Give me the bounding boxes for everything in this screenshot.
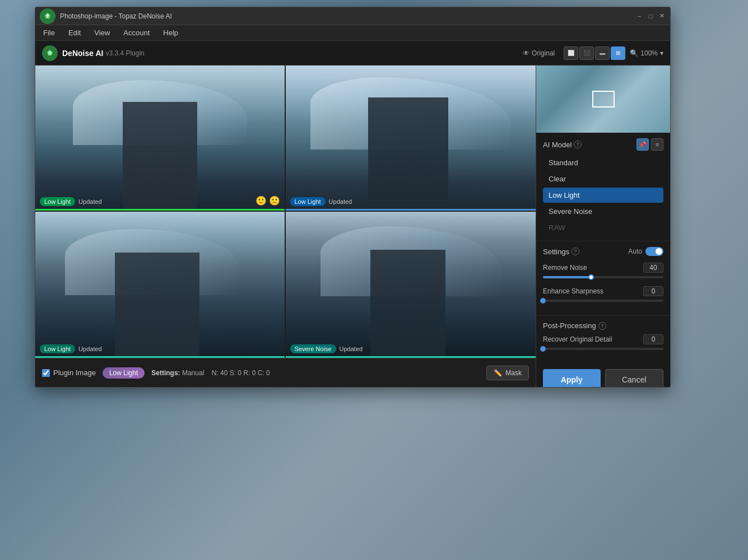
original-label: Original (532, 49, 555, 57)
auto-toggle-switch[interactable] (645, 247, 663, 256)
ai-model-info-icon[interactable]: ? (574, 141, 582, 148)
zoom-level: 100% (640, 49, 658, 57)
view-single-button[interactable]: ⬜ (564, 46, 578, 60)
app-name: DeNoise AI (62, 49, 103, 58)
model-raw: RAW (543, 220, 663, 235)
recover-detail-thumb[interactable] (540, 346, 546, 352)
settings-section: Settings ? Auto Remove Noise 40 (536, 241, 670, 316)
list-icon[interactable]: ≡ (651, 138, 663, 151)
title-bar: Photoshop-image - Topaz DeNoise AI − □ ✕ (35, 7, 670, 25)
svg-text:D: D (48, 51, 51, 55)
enhance-sharpness-thumb[interactable] (540, 298, 546, 304)
emoji-face-icon[interactable]: 🙂 (255, 195, 267, 206)
ai-model-controls: 📌 ≡ (637, 138, 663, 151)
model-badge[interactable]: Low Light (103, 367, 145, 379)
recover-detail-slider-row: Recover Original Detail 0 (543, 334, 663, 350)
thumbnail-frame (592, 91, 615, 108)
app-window: Photoshop-image - Topaz DeNoise AI − □ ✕… (35, 7, 671, 388)
zoom-icon: 🔍 (630, 49, 638, 57)
ai-model-section: AI Model ? 📌 ≡ Standard Clear Low Light … (536, 133, 670, 241)
settings-info: Settings: Manual N: 40 S: 0 R: 0 C: 0 (151, 369, 480, 377)
window-title: Photoshop-image - Topaz DeNoise AI (60, 12, 635, 20)
model-standard[interactable]: Standard (543, 155, 663, 170)
zoom-control[interactable]: 🔍 100% ▾ (630, 49, 663, 57)
window-controls: − □ ✕ (635, 12, 666, 20)
image-cell-2[interactable]: Low Light Updated (286, 66, 536, 212)
minimize-button[interactable]: − (635, 12, 643, 20)
ai-model-label: AI Model (543, 141, 572, 149)
mask-button[interactable]: ✏️ Mask (486, 366, 529, 380)
cell-1-emoji[interactable]: 🙂 🙁 (255, 195, 280, 206)
menu-view[interactable]: View (92, 27, 112, 38)
mask-icon: ✏️ (494, 369, 502, 377)
settings-header-row: Settings ? Auto (543, 247, 663, 256)
model-low-light[interactable]: Low Light (543, 188, 663, 203)
cell-2-status: Updated (329, 198, 352, 205)
model-severe-noise[interactable]: Severe Noise (543, 204, 663, 219)
enhance-sharpness-track[interactable] (543, 300, 663, 302)
emoji-sad-icon[interactable]: 🙁 (269, 195, 280, 206)
cell-3-model: Low Light (40, 344, 75, 353)
cell-3-indicator (35, 356, 285, 358)
recover-detail-header: Recover Original Detail 0 (543, 334, 663, 344)
cell-2-label: Low Light Updated (290, 197, 352, 206)
cell-1-model: Low Light (40, 197, 75, 206)
enhance-sharpness-header: Enhance Sharpness 0 (543, 286, 663, 296)
image-cell-4[interactable]: Severe Noise Updated (286, 212, 536, 358)
remove-noise-track[interactable] (543, 276, 663, 278)
post-processing-info-icon[interactable]: ? (598, 322, 606, 330)
menu-help[interactable]: Help (161, 27, 180, 38)
remove-noise-thumb[interactable] (588, 274, 594, 280)
canvas-area: Low Light Updated 🙂 🙁 (35, 66, 536, 387)
image-cell-1[interactable]: Low Light Updated 🙂 🙁 (35, 66, 286, 212)
cell-2-model: Low Light (290, 197, 326, 206)
recover-detail-value: 0 (643, 334, 663, 344)
mask-label: Mask (505, 369, 522, 377)
view-split-v-button[interactable]: ⬛ (579, 46, 594, 60)
remove-noise-value: 40 (643, 263, 663, 273)
denoise-logo: D (42, 45, 58, 61)
cell-3-status: Updated (78, 346, 102, 352)
action-buttons: Apply Cancel (536, 363, 670, 387)
cell-4-indicator (286, 356, 536, 358)
cell-4-model: Severe Noise (290, 344, 336, 353)
pin-icon[interactable]: 📌 (637, 138, 649, 151)
settings-mode: Manual (182, 369, 204, 377)
model-list: Standard Clear Low Light Severe Noise RA… (543, 155, 663, 235)
cancel-button[interactable]: Cancel (605, 369, 664, 387)
apply-button[interactable]: Apply (543, 369, 601, 387)
remove-noise-label: Remove Noise (543, 264, 587, 272)
menu-account[interactable]: Account (121, 27, 152, 38)
sidebar-thumbnail (536, 66, 670, 133)
plugin-image-label: Plugin Image (53, 368, 96, 377)
cell-1-indicator (35, 209, 285, 211)
settings-values: N: 40 S: 0 R: 0 C: 0 (212, 369, 270, 377)
image-cell-3[interactable]: Low Light Updated (35, 212, 286, 358)
menu-edit[interactable]: Edit (66, 27, 83, 38)
maximize-button[interactable]: □ (647, 12, 654, 20)
eye-icon: 👁 (523, 49, 529, 57)
remove-noise-slider-row: Remove Noise 40 (543, 263, 663, 278)
right-sidebar: AI Model ? 📌 ≡ Standard Clear Low Light … (536, 66, 670, 387)
original-button[interactable]: 👁 Original (518, 47, 559, 59)
view-quad-button[interactable]: ⊞ (611, 46, 625, 60)
menu-file[interactable]: File (41, 27, 57, 38)
view-split-h-button[interactable]: ▬ (595, 46, 610, 60)
menu-bar: File Edit View Account Help (35, 25, 670, 41)
model-clear[interactable]: Clear (543, 171, 663, 186)
cell-3-label: Low Light Updated (40, 344, 102, 353)
auto-label: Auto (628, 248, 642, 255)
remove-noise-header: Remove Noise 40 (543, 263, 663, 273)
close-button[interactable]: ✕ (658, 12, 666, 20)
settings-info-icon[interactable]: ? (572, 248, 579, 255)
recover-detail-track[interactable] (543, 348, 663, 350)
main-content: Low Light Updated 🙂 🙁 (35, 66, 670, 387)
post-processing-header: Post-Processing ? (543, 321, 663, 330)
settings-label: Settings ? (543, 248, 579, 256)
settings-prefix: Settings: (151, 369, 180, 377)
auto-toggle-group: Auto (628, 247, 663, 256)
plugin-image-checkbox-label[interactable]: Plugin Image (42, 368, 96, 377)
recover-detail-label: Recover Original Detail (543, 335, 612, 343)
plugin-image-checkbox[interactable] (42, 369, 50, 377)
view-mode-group: ⬜ ⬛ ▬ ⊞ (564, 46, 625, 60)
